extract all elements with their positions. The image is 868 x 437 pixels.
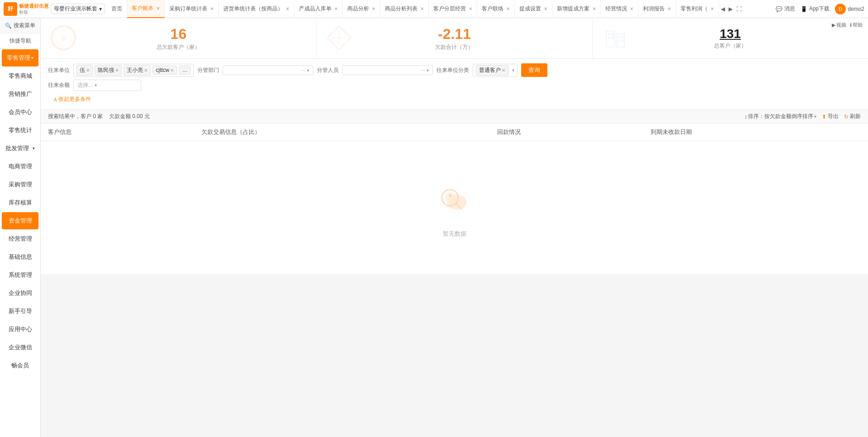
account-selector[interactable]: 母婴行业演示帐套 ▾ — [51, 4, 105, 14]
close-tab-raise-setting[interactable]: ✕ — [544, 6, 547, 11]
dept-filter-select[interactable]: ··· ▾ — [223, 65, 313, 75]
sidebar-item-retail-stats[interactable]: 零售统计 — [2, 122, 38, 139]
export-btn[interactable]: ⬆ 导出 — [822, 113, 839, 120]
quick-nav-item[interactable]: 快捷导航 — [0, 33, 40, 49]
video-btn[interactable]: ▶ 视频 — [832, 22, 846, 28]
sidebar-item-operations[interactable]: 经营管理 — [2, 230, 38, 247]
sidebar-item-system[interactable]: 系统管理 — [2, 266, 38, 284]
sidebar-item-vip-member[interactable]: 畅会员 — [2, 357, 38, 374]
tabs-left-arrow[interactable]: ◀ — [719, 5, 727, 13]
balance-filter-select[interactable]: 选择... ▾ — [73, 80, 141, 91]
sidebar-item-basic-info[interactable]: 基础信息 — [2, 248, 38, 266]
close-tab-customer-contact[interactable]: ✕ — [506, 6, 510, 11]
sort-dropdown[interactable]: ↕ 排序：按欠款金额倒序排序 ▾ — [744, 113, 816, 120]
sidebar-item-enterprise-wechat[interactable]: 企业微信 — [2, 339, 38, 356]
sidebar-item-ecommerce[interactable]: 电商管理 — [2, 158, 38, 175]
stat-actions: ▶ 视频 ℹ 帮助 — [832, 22, 863, 28]
maximize-icon[interactable]: ⛶ — [734, 5, 743, 13]
stat-debtors-label: 总欠款客户（家） — [157, 43, 200, 51]
sidebar-item-batch-mgmt[interactable]: 批发管理 ▾ — [2, 140, 38, 157]
tab-new-raise[interactable]: 新增提成方案 ✕ — [552, 0, 601, 18]
balance-filter-label: 往来余额 — [48, 81, 70, 89]
refresh-btn[interactable]: ↻ 刷新 — [844, 113, 861, 120]
tab-customer-tier[interactable]: 客户分层经营 ✕ — [429, 0, 477, 18]
person-chevron-icon: ▾ — [427, 68, 429, 73]
sidebar-item-finance[interactable]: 资金管理 — [2, 212, 38, 229]
collapse-btn[interactable]: ∧ 收起更多条件 — [48, 94, 861, 105]
unit-filter-tags[interactable]: 伍 ✕ 陈民强 ✕ 王小亮 ✕ cjttcw ✕ — [73, 64, 194, 77]
tab-product-analysis-list[interactable]: 商品分析列表 ✕ — [380, 0, 429, 18]
sidebar-item-purchase[interactable]: 采购管理 — [2, 176, 38, 193]
sidebar-item-newbie[interactable]: 新手引导 — [2, 303, 38, 320]
chevron-icon: ▾ — [31, 56, 34, 60]
close-tab-customer-tier[interactable]: ✕ — [469, 6, 472, 11]
sidebar-item-app-center[interactable]: 应用中心 — [2, 321, 38, 338]
filter-tag-normal-customer: 普通客户 ✕ — [476, 65, 508, 76]
close-tab-purchase-order[interactable]: ✕ — [210, 6, 214, 11]
collapse-up-icon: ∧ — [53, 96, 58, 103]
unit-class-filter[interactable]: 普通客户 ✕ ▾ — [473, 64, 518, 77]
close-tab-new-raise[interactable]: ✕ — [592, 6, 596, 11]
close-tab-customer-book[interactable]: ✕ — [156, 6, 160, 11]
query-button[interactable]: 查询 — [521, 63, 547, 77]
help-btn[interactable]: ℹ 帮助 — [850, 22, 863, 28]
svg-text:¥: ¥ — [60, 33, 66, 43]
yuan-circle-icon: ¥ — [50, 24, 77, 52]
tabs-right-arrow[interactable]: ▶ — [727, 5, 734, 13]
remove-tag-wang[interactable]: ✕ — [144, 68, 148, 73]
balance-placeholder: 选择... — [77, 81, 93, 89]
download-icon: 📱 — [801, 6, 807, 12]
col-customer-info: 客户信息 — [41, 124, 194, 141]
tab-raise-setting[interactable]: 提成设置 ✕ — [515, 0, 552, 18]
empty-icon — [432, 177, 477, 230]
tab-customer-contact[interactable]: 客户联络 ✕ — [477, 0, 515, 18]
sidebar-item-member[interactable]: 会员中心 — [2, 104, 38, 121]
sidebar-item-marketing[interactable]: 营销推广 — [2, 86, 38, 103]
close-tab-business-status[interactable]: ✕ — [630, 6, 633, 11]
person-filter-select[interactable]: ··· ▾ — [342, 65, 433, 75]
filter-area: 往来单位 伍 ✕ 陈民强 ✕ 王小亮 ✕ cjttcw — [41, 59, 868, 110]
remove-tag-cjttcw[interactable]: ✕ — [170, 68, 174, 73]
message-btn[interactable]: 💬 消息 — [776, 5, 795, 13]
stat-customers-value: 131 — [719, 27, 741, 41]
tab-product-analysis[interactable]: 商品分析 ✕ — [343, 0, 380, 18]
close-tab-retail-profit[interactable]: ✕ — [710, 6, 714, 11]
remove-tag-chen[interactable]: ✕ — [115, 68, 119, 73]
sidebar-item-inventory[interactable]: 库存核算 — [2, 194, 38, 211]
filter-tag-default: 伍 ✕ — [77, 65, 93, 76]
filter-tag-more[interactable]: … — [179, 66, 191, 75]
search-summary: 搜索结果中，客户 0 家 欠款金额 0.00 元 — [48, 113, 150, 120]
tab-profit-report[interactable]: 利润报告 ✕ — [638, 0, 676, 18]
remove-tag-default[interactable]: ✕ — [86, 68, 90, 73]
unit-class-label: 往来单位分类 — [436, 66, 469, 74]
svg-rect-9 — [608, 37, 610, 38]
tab-home[interactable]: 首页 — [107, 0, 127, 18]
sidebar-item-label: 基础信息 — [9, 253, 32, 260]
tab-product-cost[interactable]: 产成品入库单 ✕ — [294, 0, 343, 18]
user-avatar[interactable]: D demo2 — [835, 4, 864, 14]
account-name: 母婴行业演示帐套 — [54, 5, 97, 13]
sidebar-item-label: 营销推广 — [9, 90, 32, 97]
close-tab-product-cost[interactable]: ✕ — [334, 6, 338, 11]
message-icon: 💬 — [776, 6, 782, 12]
close-tab-purchase-stats[interactable]: ✕ — [286, 6, 289, 11]
sidebar-item-retail-store[interactable]: 零售商城 — [2, 67, 38, 85]
expand-arrow-icon: ▾ — [33, 146, 35, 151]
tab-purchase-order[interactable]: 采购订单统计表 ✕ — [165, 0, 219, 18]
col-debt-info: 欠款交易信息（占比） — [194, 124, 490, 141]
close-tab-profit-report[interactable]: ✕ — [667, 6, 671, 11]
video-icon: ▶ — [832, 22, 835, 28]
tab-retail-profit[interactable]: 零售利润（ ✕ — [676, 0, 719, 18]
app-download-btn[interactable]: 📱 App下载 — [801, 5, 830, 13]
close-tab-product-analysis-list[interactable]: ✕ — [420, 6, 424, 11]
tab-customer-book[interactable]: 客户账本 ✕ — [127, 0, 165, 18]
sidebar: 🔍 搜索菜单 快捷导航 零售管理 ▾ 零售商城 营销推广 会员中心 零售统计 批… — [0, 18, 41, 437]
tab-purchase-stats[interactable]: 进货单统计表（按商品） ✕ — [219, 0, 294, 18]
tab-business-status[interactable]: 经营情况 ✕ — [601, 0, 638, 18]
close-tab-product-analysis[interactable]: ✕ — [372, 6, 375, 11]
remove-tag-normal[interactable]: ✕ — [502, 68, 505, 73]
svg-rect-7 — [608, 33, 610, 35]
sidebar-item-enterprise[interactable]: 企业协同 — [2, 285, 38, 302]
sidebar-item-retail-mgmt[interactable]: 零售管理 ▾ — [2, 49, 38, 66]
sidebar-search[interactable]: 🔍 搜索菜单 — [0, 18, 40, 33]
